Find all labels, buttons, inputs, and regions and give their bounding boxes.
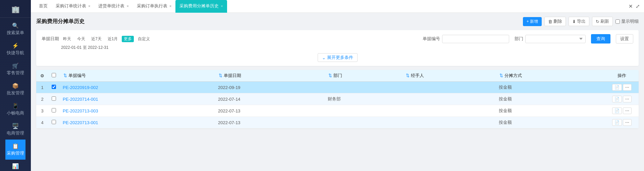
view-btn-0[interactable]: 📄 <box>612 84 622 91</box>
sidebar-item-inventory[interactable]: 📊库存核算 <box>5 160 25 171</box>
main-content: 首页采购订单统计表×进货单统计表×采购订单执行表×采购费用分摊单历史× ✕ ⤢ … <box>31 0 644 171</box>
date-shortcut-2[interactable]: 近7天 <box>89 36 104 42</box>
date-shortcut-3[interactable]: 近1月 <box>106 36 120 42</box>
doc-number-col-header: ⇅ 单据编号 <box>59 70 215 82</box>
doc-number-link-0[interactable]: PE-20220919-002 <box>63 85 98 90</box>
row-checkbox-1 <box>48 93 59 105</box>
delete-icon: 🗑 <box>548 19 552 24</box>
doc-number-link-1[interactable]: PE-20220714-001 <box>63 97 98 102</box>
sidebar-item-label: 零售管理 <box>7 70 24 76</box>
tab-close-purchase-goods-stats[interactable]: × <box>126 4 128 8</box>
sidebar-item-retail[interactable]: 🛒零售管理 <box>5 59 25 79</box>
search-button[interactable]: 查询 <box>591 34 610 44</box>
doc-date-col-header: ⇅ 单据日期 <box>215 70 324 82</box>
tab-close-purchase-cost-history[interactable]: × <box>221 4 223 8</box>
date-shortcut-4[interactable]: 更多 <box>122 36 134 42</box>
split-method-cell-1: 按金额 <box>495 93 605 105</box>
handler-cell-1 <box>402 93 495 105</box>
sidebar-item-quick-nav[interactable]: ⚡快捷导航 <box>5 39 25 59</box>
doc-date-cell-2: 2022-07-13 <box>215 105 324 117</box>
row-num-1: 2 <box>36 93 48 105</box>
purchase-icon: 📋 <box>12 143 19 149</box>
split-method-cell-0: 按金额 <box>495 82 605 93</box>
expand-row: ⌄ 展开更多条件 <box>42 53 633 62</box>
tab-purchase-order-exec[interactable]: 采购订单执行表× <box>133 0 175 13</box>
more-btn-2[interactable]: ⋯ <box>623 107 632 114</box>
action-buttons: + 新增 🗑 删除 ⬇ 导出 ↻ 刷新 显示明细 <box>523 17 639 26</box>
tab-purchase-order-stats[interactable]: 采购订单统计表× <box>52 0 94 13</box>
more-btn-0[interactable]: ⋯ <box>623 84 632 91</box>
wholesale-icon: 📦 <box>12 83 19 89</box>
sidebar-item-label: 采购管理 <box>7 150 24 156</box>
show-detail-checkbox[interactable]: 显示明细 <box>615 18 639 24</box>
inventory-icon: 📊 <box>12 163 19 169</box>
sidebar-item-search[interactable]: 🔍搜索菜单 <box>5 19 25 39</box>
doc-number-input[interactable] <box>442 35 509 43</box>
row-check-3[interactable] <box>52 120 56 124</box>
ops-cell-2: 📄 ⋯ <box>605 105 639 117</box>
sidebar-item-label: 电商管理 <box>7 130 24 136</box>
page-title: 采购费用分摊单历史 <box>36 18 85 25</box>
expand-button[interactable]: ⌄ 展开更多条件 <box>318 53 358 62</box>
date-shortcut-1[interactable]: 今天 <box>75 36 87 42</box>
doc-date-cell-0: 2022-09-19 <box>215 82 324 93</box>
settings-button[interactable]: 设置 <box>616 34 633 44</box>
more-btn-1[interactable]: ⋯ <box>623 96 632 102</box>
row-check-0[interactable] <box>52 85 56 89</box>
date-shortcuts: 昨天今天近7天近1月更多自定义 <box>61 36 152 42</box>
more-btn-3[interactable]: ⋯ <box>623 119 632 126</box>
row-num-3: 4 <box>36 117 48 129</box>
tab-close-purchase-order-stats[interactable]: × <box>88 4 90 8</box>
dept-label: 部门 <box>515 36 523 42</box>
dept-cell-3 <box>324 117 402 129</box>
date-shortcut-5[interactable]: 自定义 <box>136 36 152 42</box>
retail-icon: 🛒 <box>12 63 19 69</box>
sidebar-item-wholesale[interactable]: 📦批发管理 <box>5 79 25 99</box>
sidebar-item-purchase[interactable]: 📋采购管理 <box>5 140 25 160</box>
filter-row: 单据日期 昨天今天近7天近1月更多自定义 单据编号 部门 财务部 <box>42 34 633 44</box>
select-all-checkbox[interactable] <box>52 73 56 77</box>
filter-area: 单据日期 昨天今天近7天近1月更多自定义 单据编号 部门 财务部 <box>36 30 639 66</box>
dept-select[interactable]: 财务部 <box>525 35 586 43</box>
new-button[interactable]: + 新增 <box>523 17 542 26</box>
tab-purchase-goods-stats[interactable]: 进货单统计表× <box>94 0 132 13</box>
split-method-col-header: ⇅ 分摊方式 <box>495 70 605 82</box>
page-body: 采购费用分摊单历史 + 新增 🗑 删除 ⬇ 导出 ↻ 刷新 显示明细 <box>31 13 644 171</box>
checkbox-header <box>48 70 59 82</box>
maximize-icon[interactable]: ⤢ <box>636 3 640 9</box>
row-checkbox-2 <box>48 105 59 117</box>
table-row: 4 PE-20220713-001 2022-07-13 按金额 📄 ⋯ <box>36 117 639 129</box>
doc-number-link-2[interactable]: PE-20220713-003 <box>63 108 98 113</box>
view-btn-1[interactable]: 📄 <box>612 96 622 102</box>
sort-icon3: ⇅ <box>328 73 332 78</box>
dept-cell-2 <box>324 105 402 117</box>
export-button[interactable]: ⬇ 导出 <box>569 17 589 26</box>
handler-cell-0 <box>402 82 495 93</box>
delete-button[interactable]: 🗑 删除 <box>544 17 566 26</box>
tab-bar: 首页采购订单统计表×进货单统计表×采购订单执行表×采购费用分摊单历史× ✕ ⤢ <box>31 0 644 13</box>
row-check-1[interactable] <box>52 96 56 101</box>
sidebar-logo: 🏢 <box>0 3 31 18</box>
doc-date-cell-3: 2022-07-13 <box>215 117 324 129</box>
sidebar-item-mini-commerce[interactable]: 📱小畅电商 <box>5 99 25 119</box>
quick-nav-icon: ⚡ <box>12 42 19 49</box>
close-icon[interactable]: ✕ <box>629 3 633 9</box>
view-btn-2[interactable]: 📄 <box>612 107 622 114</box>
tab-purchase-cost-history[interactable]: 采购费用分摊单历史× <box>175 0 227 13</box>
table-header-row: ⚙ ⇅ 单据编号 ⇅ 单据日期 <box>36 70 639 82</box>
refresh-button[interactable]: ↻ 刷新 <box>592 17 613 26</box>
sidebar-item-ecommerce[interactable]: 🖥️电商管理 <box>5 119 25 140</box>
settings-icon[interactable]: ⚙ <box>40 73 44 78</box>
sort-icon5: ⇅ <box>499 73 503 78</box>
tab-close-purchase-order-exec[interactable]: × <box>169 4 171 8</box>
tab-actions: ✕ ⤢ <box>629 3 640 9</box>
doc-number-cell-3: PE-20220713-001 <box>59 117 215 129</box>
ops-cell-3: 📄 ⋯ <box>605 117 639 129</box>
doc-number-link-3[interactable]: PE-20220713-001 <box>63 120 98 125</box>
tab-home[interactable]: 首页 <box>35 0 52 13</box>
row-check-2[interactable] <box>52 108 56 112</box>
sort-icon4: ⇅ <box>406 73 410 78</box>
tab-label: 进货单统计表 <box>98 3 124 9</box>
view-btn-3[interactable]: 📄 <box>612 119 622 126</box>
date-shortcut-0[interactable]: 昨天 <box>61 36 73 42</box>
